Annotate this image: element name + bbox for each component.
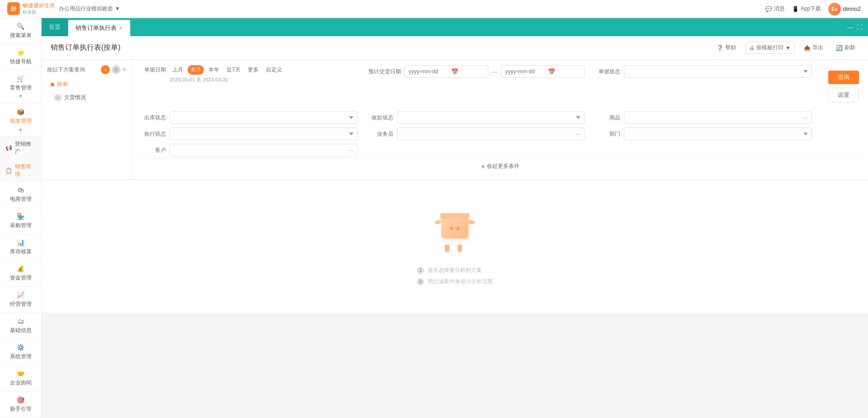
- stock-status-section: 出库状态: [141, 111, 358, 124]
- minimize-icon[interactable]: —: [847, 24, 853, 31]
- scheme-item-1[interactable]: 按单: [47, 78, 126, 91]
- message-button[interactable]: 💬 消息: [765, 5, 785, 13]
- salesperson-input[interactable]: ···: [397, 128, 585, 140]
- empty-leg-right: [458, 245, 462, 252]
- status-select[interactable]: [624, 65, 812, 78]
- sidebar-marketing-label: 营销推广: [15, 140, 36, 156]
- sidebar-item-shortcut[interactable]: ⭐ 快捷导航: [0, 44, 41, 71]
- sidebar-system-label: 系统管理: [10, 353, 32, 361]
- empty-hint-1-text: 请先选择要分析的方案: [428, 266, 482, 274]
- collapse-conditions-button[interactable]: ∧ 收起更多条件: [141, 158, 859, 174]
- stock-status-select[interactable]: [170, 111, 358, 124]
- forecast-start-calendar-icon[interactable]: 📅: [451, 68, 458, 75]
- sub-menu-wholesale: 📢 营销推广 📋 销售管理: [0, 137, 41, 182]
- customer-label: 客户: [141, 147, 166, 154]
- sidebar-item-inventory[interactable]: 📊 库存核算: [0, 234, 41, 261]
- tab-close-icon[interactable]: ×: [119, 25, 123, 31]
- sidebar-item-search[interactable]: 🔍 搜索菜单: [0, 18, 41, 44]
- forecast-end-input[interactable]: [505, 68, 546, 75]
- app-download-button[interactable]: 📱 App下载: [792, 5, 821, 13]
- sidebar-item-operations[interactable]: 📈 经营管理: [0, 287, 41, 313]
- scheme-dot: [51, 83, 54, 86]
- customer-section: 客户 ···: [141, 144, 358, 157]
- system-icon: ⚙️: [17, 344, 24, 351]
- dept-section: 部门: [595, 128, 812, 140]
- stock-status-label: 出库状态: [141, 114, 166, 122]
- maximize-icon[interactable]: ⛶: [857, 24, 863, 31]
- date-tab-current-year[interactable]: 本年: [206, 65, 222, 75]
- sidebar-item-system[interactable]: ⚙️ 系统管理: [0, 339, 41, 366]
- goods-label: 商品: [595, 114, 620, 122]
- user-name: demo2: [843, 5, 861, 12]
- user-area[interactable]: Ea demo2: [828, 3, 861, 15]
- breadcrumb-dropdown-icon[interactable]: ▼: [115, 5, 120, 12]
- date-tab-more[interactable]: 更多: [245, 65, 261, 75]
- date-tabs: 上月 本月 本年 近7天 更多 自定义: [170, 65, 285, 75]
- sidebar-item-capital[interactable]: 💰 资金管理: [0, 261, 41, 287]
- sidebar-item-newbie[interactable]: 🎯 新手引导: [0, 392, 41, 418]
- setting-button[interactable]: 设置: [828, 88, 859, 102]
- sidebar-inventory-label: 库存核算: [10, 248, 32, 256]
- user-avatar-text: Ea: [832, 6, 838, 12]
- forecast-end-calendar-icon[interactable]: 📅: [548, 68, 555, 75]
- goods-dots-icon[interactable]: ···: [802, 114, 808, 121]
- empty-eye-left: [450, 227, 453, 230]
- sidebar-purchase-label: 采购管理: [10, 222, 32, 229]
- date-tabs-row: 单据日期 上月 本月 本年 近7天 更多 自定义: [141, 65, 358, 75]
- collapse-label: 收起更多条件: [487, 162, 519, 170]
- dept-select[interactable]: [624, 128, 812, 140]
- print-dropdown-icon: ▼: [785, 45, 791, 51]
- salesperson-dots-icon[interactable]: ···: [576, 130, 581, 138]
- sidebar-item-purchase[interactable]: 🏪 采购管理: [0, 208, 41, 234]
- header-actions: ❓ 帮助 🖨 按模板打印 ▼ 📤 导出 🔄: [713, 42, 859, 54]
- logo-icon: 好: [7, 2, 20, 15]
- tab-home[interactable]: 首页: [42, 18, 68, 36]
- scheme-add-button[interactable]: +: [101, 65, 110, 74]
- empty-leg-left: [445, 245, 449, 252]
- top-bar: 好 畅捷通好生意 标准版 办公用品行业模拟账套 ▼ 💬 消息 📱 App下载 E…: [0, 0, 868, 18]
- customer-input[interactable]: ···: [170, 144, 358, 157]
- sidebar-item-enterprise[interactable]: 🤝 企业协同: [0, 366, 41, 392]
- sidebar-item-retail[interactable]: 🛒 零售管理 ▼: [0, 71, 41, 104]
- date-tab-current-month[interactable]: 本月: [188, 65, 204, 75]
- payment-status-label: 收款状态: [368, 114, 393, 122]
- main-layout: 🔍 搜索菜单 ⭐ 快捷导航 🛒 零售管理 ▼ 📦 批发管理 ▲ 📢 营销推广 📋…: [0, 18, 868, 418]
- print-button[interactable]: 🖨 按模板打印 ▼: [745, 42, 795, 54]
- forecast-start-input[interactable]: [409, 68, 449, 75]
- sidebar-item-marketing[interactable]: 📢 营销推广: [0, 137, 41, 159]
- customer-dots-icon[interactable]: ···: [348, 147, 354, 154]
- ecommerce-icon: 🛍: [18, 186, 24, 194]
- sidebar-item-wholesale[interactable]: 📦 批发管理 ▲: [0, 104, 41, 137]
- capital-icon: 💰: [17, 265, 24, 272]
- scheme-header-label: 按以下方案查询: [47, 66, 85, 74]
- sidebar-item-basic[interactable]: 🗂 基础信息: [0, 313, 41, 339]
- scheme-item-2[interactable]: ○ 欠货情况: [51, 91, 126, 104]
- empty-box-body: [441, 216, 468, 238]
- empty-hint-2-text: 用过滤条件来缩小分析范围: [428, 278, 493, 285]
- date-range-display: 2023-03-01 至 2023-03-31: [141, 76, 358, 83]
- forecast-end-input-wrap[interactable]: 📅: [501, 65, 585, 78]
- filter-row-3: 执行状态 业务员 ···: [141, 128, 859, 140]
- goods-input[interactable]: ···: [624, 111, 812, 124]
- date-tab-7days[interactable]: 近7天: [224, 65, 243, 75]
- date-tab-custom[interactable]: 自定义: [263, 65, 285, 75]
- scheme-copy-button[interactable]: ©: [112, 65, 121, 74]
- help-button[interactable]: ❓ 帮助: [713, 42, 740, 53]
- inventory-icon: 📊: [17, 239, 24, 246]
- date-tab-prev-month[interactable]: 上月: [170, 65, 186, 75]
- refresh-button[interactable]: 🔄 刷新: [832, 42, 859, 53]
- query-button[interactable]: 查询: [828, 71, 859, 84]
- sidebar-operations-label: 经营管理: [10, 300, 32, 308]
- sidebar-item-ecommerce[interactable]: 🛍 电商管理: [0, 182, 41, 208]
- scheme-collapse-button[interactable]: «: [123, 65, 126, 74]
- help-label: 帮助: [725, 44, 736, 52]
- forecast-start-input-wrap[interactable]: 📅: [405, 65, 488, 78]
- circle-icon: ○: [54, 94, 61, 101]
- export-button[interactable]: 📤 导出: [800, 42, 827, 53]
- exec-status-select[interactable]: [170, 128, 358, 140]
- scheme-collapse-icon: «: [123, 65, 126, 72]
- payment-status-select[interactable]: [397, 111, 585, 124]
- sidebar-item-sales[interactable]: 📋 销售管理: [0, 159, 41, 182]
- tab-active[interactable]: 销售订单执行表 ×: [68, 20, 130, 36]
- page-content: 销售订单执行表(按单) ❓ 帮助 🖨 按模板打印 ▼ 📤: [42, 36, 868, 418]
